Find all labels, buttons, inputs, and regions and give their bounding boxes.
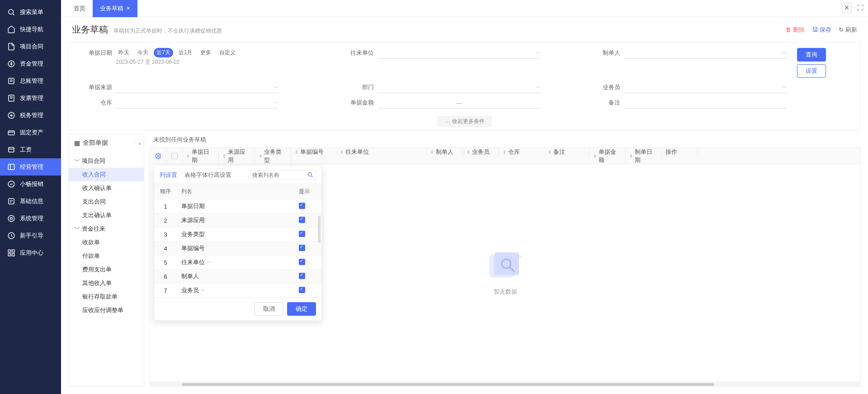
tree-item[interactable]: 其他收入单 bbox=[69, 276, 144, 290]
tree-group-funds[interactable]: ﹀ 资金往来 bbox=[69, 222, 144, 236]
column-setting-row[interactable]: 2来源应用 bbox=[154, 213, 321, 227]
sidebar-item-file[interactable]: 项目合同 bbox=[0, 38, 61, 55]
remark-input[interactable] bbox=[624, 98, 787, 109]
table-column-header[interactable]: ▲▼往来单位 bbox=[336, 148, 427, 156]
chevron-down-icon: ﹀ bbox=[74, 157, 80, 165]
warehouse-input[interactable]: ⋯ bbox=[116, 98, 278, 109]
sidebar-item-info[interactable]: 基础信息 bbox=[0, 193, 61, 210]
chevron-down-icon: ﹀ bbox=[74, 225, 80, 233]
empty-state: 暂无数据 bbox=[483, 250, 528, 296]
tree-group-project[interactable]: ﹀ 项目合同 bbox=[69, 154, 144, 168]
column-setting-row[interactable]: 3业务类型 bbox=[154, 227, 321, 241]
popover-tab-columns[interactable]: 列设置 bbox=[160, 171, 177, 179]
collapse-toggle[interactable]: ︿ 收起更多条件 bbox=[438, 116, 492, 127]
sidebar-item-reimburse[interactable]: 小畅报销 bbox=[0, 176, 61, 193]
tree-group-project-label: 项目合同 bbox=[82, 157, 105, 165]
refresh-label: 刷新 bbox=[845, 26, 857, 34]
show-checkbox[interactable] bbox=[299, 273, 305, 279]
table-column-header[interactable]: ▲▼仓库 bbox=[499, 148, 544, 156]
date-chip[interactable]: 近7天 bbox=[154, 48, 173, 57]
confirm-button[interactable]: 确定 bbox=[287, 302, 316, 316]
table-column-header[interactable]: ▲▼单据编号 bbox=[291, 148, 336, 156]
tab-active[interactable]: 业务草稿 ✕ bbox=[93, 0, 137, 17]
column-setting-row[interactable]: 6制单人 bbox=[154, 269, 321, 283]
tab-home[interactable]: 首页 bbox=[66, 0, 93, 17]
date-chip[interactable]: 近1月 bbox=[176, 48, 195, 57]
sidebar-item-home[interactable]: 快捷导航 bbox=[0, 21, 61, 38]
date-chip[interactable]: 更多 bbox=[198, 48, 214, 57]
delete-action[interactable]: 🗑 删除 bbox=[785, 26, 805, 34]
show-checkbox[interactable] bbox=[299, 287, 305, 293]
sidebar-item-asset[interactable]: 固定资产 bbox=[0, 124, 61, 141]
partner-input[interactable]: ⋯ bbox=[377, 48, 540, 59]
sidebar-item-invoice[interactable]: 发票管理 bbox=[0, 90, 61, 107]
popover-tab-font[interactable]: 表格字体行高设置 bbox=[184, 171, 231, 179]
partner-label: 往来单位 bbox=[341, 48, 374, 57]
show-checkbox[interactable] bbox=[299, 217, 305, 223]
save-action[interactable]: 🖫 保存 bbox=[812, 26, 831, 34]
table-select-all[interactable] bbox=[166, 148, 183, 164]
table-column-header[interactable]: ▲▼单据日期 bbox=[183, 148, 219, 164]
sidebar-item-money[interactable]: 资金管理 bbox=[0, 55, 61, 72]
column-setting-row[interactable]: 1单据日期 bbox=[154, 199, 321, 213]
column-setting-row[interactable]: 7业务员﹀ bbox=[154, 283, 321, 297]
creator-input[interactable]: ﹀ bbox=[624, 48, 787, 59]
table-column-header[interactable]: ▲▼备注 bbox=[544, 148, 590, 156]
column-label: 单据日期 bbox=[192, 148, 215, 164]
tree-item[interactable]: 支出合同 bbox=[69, 195, 144, 209]
table-column-header[interactable]: 操作 bbox=[662, 148, 698, 156]
tree-item[interactable]: 费用支出单 bbox=[69, 263, 144, 276]
sidebar-item-ledger[interactable]: 总账管理 bbox=[0, 72, 61, 90]
setting-button[interactable]: 设置 bbox=[797, 64, 826, 78]
column-setting-row[interactable]: 5往来单位﹀ bbox=[154, 255, 321, 269]
sidebar-item-tax[interactable]: 税务管理 bbox=[0, 107, 61, 124]
tree-item[interactable]: 收款单 bbox=[69, 236, 144, 249]
show-checkbox[interactable] bbox=[299, 231, 305, 237]
refresh-action[interactable]: ↻ 刷新 bbox=[839, 26, 857, 34]
tree-item[interactable]: 收入合同 bbox=[69, 168, 144, 181]
date-chip[interactable]: 昨天 bbox=[116, 48, 132, 57]
window-close-button[interactable]: ✕ bbox=[842, 3, 852, 13]
sidebar-item-search[interactable]: 搜索菜单 bbox=[0, 4, 61, 21]
tree-item[interactable]: 收入确认单 bbox=[69, 181, 144, 195]
horizontal-scrollbar[interactable] bbox=[150, 382, 860, 386]
scroll-thumb[interactable] bbox=[182, 383, 714, 386]
tree-item[interactable]: 银行存取款单 bbox=[69, 290, 144, 304]
date-chip[interactable]: 今天 bbox=[135, 48, 151, 57]
sidebar-item-biz[interactable]: 经营管理 bbox=[0, 158, 61, 176]
table-column-header[interactable]: ▲▼制单人 bbox=[427, 148, 463, 156]
table-column-header[interactable]: ▲▼业务员 bbox=[463, 148, 499, 156]
table-column-header[interactable]: ▲▼制单日期 bbox=[626, 148, 662, 164]
show-checkbox[interactable] bbox=[299, 259, 305, 265]
table-column-header[interactable]: ▲▼来源应用 bbox=[219, 148, 255, 164]
table-gear-button[interactable] bbox=[150, 148, 166, 164]
tree-item[interactable]: 付款单 bbox=[69, 249, 144, 263]
source-input[interactable]: ﹀ bbox=[116, 82, 278, 93]
date-chip[interactable]: 自定义 bbox=[217, 48, 238, 57]
amount-input[interactable]: — bbox=[377, 98, 540, 109]
row-order: 1 bbox=[154, 200, 177, 213]
cancel-button[interactable]: 取消 bbox=[255, 302, 283, 316]
sidebar-item-guide[interactable]: 新手引导 bbox=[0, 227, 61, 244]
dept-input[interactable]: ﹀ bbox=[377, 82, 540, 93]
sidebar-item-salary[interactable]: 工资 bbox=[0, 141, 61, 158]
table-column-header[interactable]: ▲▼单据金额 bbox=[590, 148, 626, 164]
fullscreen-button[interactable]: ⛶ bbox=[855, 3, 865, 13]
show-checkbox[interactable] bbox=[299, 203, 305, 209]
sidebar-item-system[interactable]: 系统管理 bbox=[0, 210, 61, 227]
popover-scrollbar[interactable] bbox=[318, 216, 321, 243]
search-column-input[interactable] bbox=[248, 170, 316, 180]
table-column-header[interactable]: ▲▼业务类型 bbox=[255, 148, 291, 164]
clerk-input[interactable]: ⋯ bbox=[624, 82, 787, 93]
query-button[interactable]: 查询 bbox=[797, 48, 826, 62]
tab-active-label: 业务草稿 bbox=[100, 5, 123, 13]
row-order: 7 bbox=[154, 285, 177, 297]
show-checkbox[interactable] bbox=[299, 245, 305, 251]
column-setting-row[interactable]: 4单据编号 bbox=[154, 241, 321, 255]
close-icon[interactable]: ✕ bbox=[126, 5, 130, 11]
tree-item[interactable]: 应收应付调整单 bbox=[69, 304, 144, 317]
sidebar-item-apps[interactable]: 应用中心 bbox=[0, 244, 61, 261]
checkbox[interactable] bbox=[171, 153, 178, 159]
collapse-left-button[interactable]: « bbox=[135, 139, 144, 148]
tree-item[interactable]: 支出确认单 bbox=[69, 209, 144, 222]
